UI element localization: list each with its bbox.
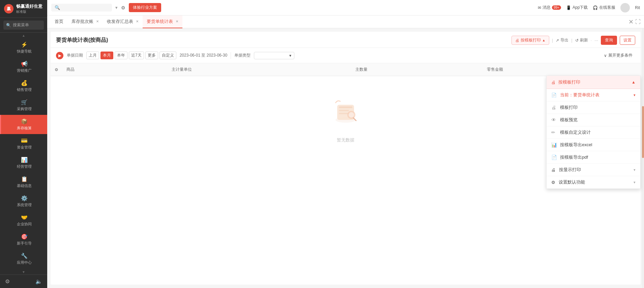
tab-order-stats-close[interactable]: ✕ [176, 20, 178, 23]
app-download-label: App下载 [573, 5, 588, 10]
refresh-button[interactable]: ↺ 刷新 [575, 37, 588, 43]
custom-date-button[interactable]: 自定义 [159, 52, 176, 59]
content-area: 要货单统计表(按商品) 🖨 按模板打印 ▲ | ↗ 导出 | ↺ [47, 28, 644, 288]
expand-conditions-button[interactable]: ∨ 展开更多条件 [601, 51, 635, 60]
operations-icon: 📊 [21, 157, 28, 163]
empty-text: 暂无数据 [337, 137, 354, 143]
query-button[interactable]: 查询 [601, 36, 617, 45]
tab-inventory-batch-label: 库存批次账 [71, 19, 93, 25]
sidebar-item-system[interactable]: ⚙️ 系统管理 [0, 192, 47, 211]
export-label: 导出 [560, 37, 568, 43]
dropdown-template-pdf[interactable]: 📄 按模板导出pdf [547, 151, 640, 164]
last-7-days-button[interactable]: 近7天 [129, 52, 144, 59]
sidebar-item-purchase[interactable]: 🛒 采购管理 [0, 96, 47, 115]
sidebar-item-inventory[interactable]: 📦 库存核算 [0, 115, 47, 134]
guide-label: 新手引导 [17, 241, 32, 246]
settings-gear-icon[interactable]: ⚙ [5, 278, 10, 285]
search-menu-button[interactable]: 🔍 搜索菜单 [3, 21, 44, 30]
quick-nav-label: 快捷导航 [17, 49, 32, 54]
tab-home[interactable]: 首页 [51, 15, 67, 28]
sidebar-item-sales[interactable]: 💰 销售管理 [0, 76, 47, 96]
search-menu-label: 搜索菜单 [13, 22, 29, 28]
this-year-button[interactable]: 本年 [115, 52, 127, 59]
expand-tabs-button[interactable]: ⛶ [635, 19, 641, 25]
app-badge: 标准版 [16, 9, 42, 14]
dropdown-collapse-arrow[interactable]: ▲ [632, 80, 636, 85]
dropdown-header-left: 🖨 按模板打印 [551, 79, 580, 85]
page-actions: 🖨 按模板打印 ▲ | ↗ 导出 | ↺ 刷新 · ··· [511, 36, 635, 45]
template-preview-icon: 👁 [551, 117, 557, 123]
dropdown-template-custom[interactable]: ✏ 模板自定义设计 [547, 126, 640, 139]
column-settings-icon[interactable]: ⚙ [55, 67, 58, 72]
template-custom-label: 模板自定义设计 [560, 129, 591, 135]
this-month-button[interactable]: 本月 [100, 52, 113, 59]
tab-inventory-batch-close[interactable]: ✕ [96, 20, 99, 23]
user-name: Rit [635, 5, 640, 10]
more-actions-icon[interactable]: ··· [594, 38, 598, 43]
appstore-label: 应用中心 [17, 260, 32, 265]
topbar-search-input[interactable] [62, 5, 102, 10]
inventory-label: 库存核算 [17, 126, 32, 131]
purchase-label: 采购管理 [17, 106, 32, 111]
dropdown-current-item[interactable]: 📄 当前：要货单统计表 ▾ [547, 89, 640, 101]
tab-collect-summary[interactable]: 收发存汇总表 ✕ [103, 15, 143, 28]
order-type-select[interactable]: ▾ [254, 52, 294, 59]
sidebar-item-finance[interactable]: 💳 资金管理 [0, 134, 47, 153]
enterprise-icon: 🤝 [21, 214, 28, 221]
filter-expand-button[interactable]: ▶ [56, 52, 63, 59]
enterprise-label: 企业协同 [17, 222, 32, 227]
speaker-icon[interactable]: 🔈 [35, 278, 42, 285]
industry-solution-button[interactable]: 体验行业方案 [129, 3, 161, 12]
dropdown-display-print[interactable]: 🖨 按显示打印 ▾ [547, 164, 640, 176]
th-goods: 商品 [62, 63, 168, 76]
current-template-label: 当前：要货单统计表 [560, 92, 599, 98]
close-all-tabs-button[interactable]: ✕ [628, 18, 634, 26]
scroll-up-area: ▲ [0, 33, 47, 38]
more-date-button[interactable]: 更多 [145, 52, 158, 59]
customer-service-button[interactable]: 🎧 在线客服 [593, 5, 615, 10]
messages-button[interactable]: ✉ 消息 99+ [538, 5, 561, 10]
order-type-label: 单据类型 [234, 53, 251, 58]
sidebar-item-quick-nav[interactable]: ⚡ 快捷导航 [0, 38, 47, 57]
basic-icon: 📋 [21, 176, 28, 182]
topbar-settings-button[interactable]: ⚙ [121, 5, 125, 10]
dropdown-template-print[interactable]: 🖨 模板打印 [547, 101, 640, 114]
scrollbar-thumb[interactable] [642, 106, 644, 158]
dropdown-template-excel[interactable]: 📊 按模板导出excel [547, 139, 640, 151]
topbar-dropdown-arrow[interactable]: ▾ [115, 5, 118, 10]
headset-icon: 🎧 [593, 5, 598, 10]
date-buttons-group: 上月 本月 本年 近7天 更多 自定义 [86, 52, 176, 59]
sidebar-footer: ⚙ 🔈 [0, 275, 47, 288]
sidebar-item-operations[interactable]: 📊 经营管理 [0, 153, 47, 172]
app-title: 畅赢通好生意 [16, 3, 42, 9]
sidebar-navigation: ⚡ 快捷导航 📢 营销推广 💰 销售管理 🛒 采购管理 📦 库存核算 💳 资金管… [0, 38, 47, 269]
sidebar-item-appstore[interactable]: 🔧 应用中心 [0, 249, 47, 268]
divider-3: · [591, 38, 592, 43]
user-avatar[interactable] [620, 3, 630, 12]
sidebar-item-enterprise[interactable]: 🤝 企业协同 [0, 211, 47, 230]
sidebar-logo: 赢 畅赢通好生意 标准版 [0, 0, 47, 18]
divider-2: | [571, 38, 572, 43]
tab-collect-summary-close[interactable]: ✕ [136, 20, 139, 23]
dropdown-template-preview[interactable]: 👁 模板预览 [547, 114, 640, 126]
sidebar-item-marketing[interactable]: 📢 营销推广 [0, 57, 47, 76]
tab-inventory-batch[interactable]: 库存批次账 ✕ [67, 15, 103, 28]
last-month-button[interactable]: 上月 [86, 52, 99, 59]
app-download-button[interactable]: 📱 App下载 [566, 5, 588, 10]
page-title: 要货单统计表(按商品) [56, 37, 108, 44]
export-button[interactable]: ↗ 导出 [556, 37, 568, 43]
sidebar-search[interactable]: 🔍 搜索菜单 [0, 18, 47, 33]
search-icon: 🔍 [6, 23, 11, 28]
sidebar-item-guide[interactable]: 🎯 新手引导 [0, 230, 47, 249]
print-dropdown-arrow: ▲ [542, 38, 546, 42]
tab-order-stats[interactable]: 要货单统计表 ✕ [143, 15, 182, 28]
sidebar-item-basic[interactable]: 📋 基础信息 [0, 172, 47, 192]
dropdown-default-func[interactable]: ⚙ 设置默认功能 ▾ [547, 176, 640, 189]
settings-button[interactable]: 设置 [620, 36, 635, 45]
logo-icon: 赢 [4, 4, 13, 13]
default-func-icon: ⚙ [551, 180, 555, 185]
customer-service-label: 在线客服 [599, 5, 615, 10]
th-settings[interactable]: ⚙ [51, 63, 62, 76]
print-template-button[interactable]: 🖨 按模板打印 ▲ [511, 36, 549, 45]
dropdown-header-label: 按模板打印 [558, 79, 580, 85]
